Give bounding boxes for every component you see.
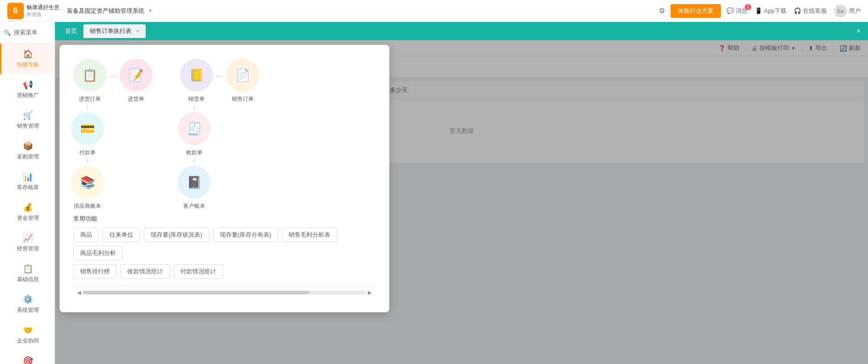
- message-icon: 💬: [726, 7, 734, 14]
- tab-sales-order[interactable]: 销售订单执行表 ×: [83, 24, 146, 38]
- trial-button[interactable]: 体验行业方案: [671, 4, 721, 18]
- sales-bill-label: 销货单: [188, 95, 205, 103]
- quick-nav-modal: 📋 进货订单 - - - - -> 📝 进货单: [60, 45, 389, 312]
- system-title-area: 装备及固定资产辅助管理系统 ▼: [67, 7, 653, 15]
- common-functions-title: 常用功能: [73, 215, 376, 223]
- flow-supplier-ledger[interactable]: 📚 供应商账本: [71, 166, 104, 210]
- search-menu-btn[interactable]: 🔍 搜索菜单: [4, 27, 51, 38]
- sidebar-item-enterprise[interactable]: 🤝 企业协同: [0, 320, 55, 350]
- common-functions-section: 常用功能 商品 往来单位 现存量(库存状况表) 现存量(库存分布表) 销售毛利分…: [73, 215, 376, 279]
- sidebar-item-quick-nav[interactable]: 🏠 快捷导航: [0, 43, 55, 74]
- common-btn-product[interactable]: 商品: [73, 228, 99, 242]
- online-service-action[interactable]: 🎧 在线客服: [794, 7, 827, 15]
- purchase-icon: 📦: [23, 141, 33, 151]
- tab-close-icon[interactable]: ×: [136, 28, 139, 34]
- sidebar-item-finance[interactable]: 💰 资金管理: [0, 197, 55, 228]
- brand-name: 畅康通好生意 标准版: [27, 4, 60, 18]
- scroll-left-arrow[interactable]: ◀: [77, 289, 81, 296]
- scrollbar-area: ◀ ▶: [73, 286, 376, 299]
- modal-overlay[interactable]: 📋 进货订单 - - - - -> 📝 进货单: [55, 40, 868, 364]
- content-area: 首页 销售订单执行表 × × ❓ 帮助 | �: [55, 22, 868, 364]
- sidebar-search-area[interactable]: 🔍 搜索菜单: [0, 22, 55, 43]
- common-btn-inventory-status[interactable]: 现存量(库存状况表): [144, 228, 209, 242]
- flow-receipt-bill[interactable]: 🧾 收款单: [178, 112, 211, 157]
- sidebar-item-marketing[interactable]: 📢 营销推广: [0, 74, 55, 105]
- system-title-text: 装备及固定资产辅助管理系统: [67, 7, 144, 15]
- payment-bill-label: 付款单: [79, 149, 96, 157]
- common-btn-inventory-dist[interactable]: 现存量(库存分布表): [213, 228, 278, 242]
- flow-purchase-bill[interactable]: 📝 进货单: [120, 59, 153, 103]
- sales-bill-circle: 📒: [180, 59, 213, 92]
- message-action[interactable]: 💬 消息 5: [726, 7, 748, 15]
- common-btn-receipt-stats[interactable]: 收款情况统计: [120, 264, 170, 279]
- sales-icon: 🛒: [23, 110, 33, 120]
- sales-order-label: 销售订单: [232, 95, 254, 103]
- home-icon: 🏠: [23, 49, 33, 59]
- settings-icon[interactable]: ⚙: [659, 6, 665, 15]
- customer-ledger-label: 客户账本: [183, 202, 205, 210]
- customer-ledger-circle: 📓: [178, 166, 211, 199]
- mobile-icon: 📱: [755, 7, 762, 14]
- finance-icon: 💰: [23, 202, 33, 212]
- sidebar-item-basic-info[interactable]: 📋 基础信息: [0, 258, 55, 289]
- common-btn-sales-gross-analysis[interactable]: 销售毛利分析表: [282, 228, 337, 242]
- flow-sales-bill[interactable]: 📒 销货单: [180, 59, 213, 103]
- flow-payment-bill[interactable]: 💳 付款单: [71, 112, 104, 157]
- scroll-track[interactable]: [83, 291, 366, 294]
- scroll-right-arrow[interactable]: ▶: [368, 289, 372, 296]
- headset-icon: 🎧: [794, 7, 801, 14]
- payment-bill-circle: 💳: [71, 112, 104, 145]
- sidebar-item-operations[interactable]: 📈 经营管理: [0, 228, 55, 258]
- app-root: 6 畅康通好生意 标准版 装备及固定资产辅助管理系统 ▼ ⚙ 体验行业方案 💬 …: [0, 0, 868, 364]
- common-btn-product-gross-analysis[interactable]: 商品毛利分析: [73, 246, 123, 261]
- window-close-icon[interactable]: ×: [853, 27, 864, 35]
- common-btn-payment-stats[interactable]: 付款情况统计: [174, 264, 223, 279]
- sidebar-item-purchase[interactable]: 📦 采购管理: [0, 136, 55, 166]
- flow-purchase-order[interactable]: 📋 进货订单: [73, 59, 106, 103]
- system-icon: ⚙️: [23, 294, 33, 304]
- common-btn-contacts[interactable]: 往来单位: [103, 228, 140, 242]
- guide-icon: 🎯: [23, 356, 33, 364]
- basic-info-icon: 📋: [23, 264, 33, 274]
- inventory-icon: 📊: [23, 172, 33, 182]
- supplier-ledger-label: 供应商账本: [74, 202, 101, 210]
- enterprise-icon: 🤝: [23, 325, 33, 335]
- purchase-bill-label: 进货单: [128, 95, 144, 103]
- flow-sales-order[interactable]: 📄 销售订单: [226, 59, 259, 103]
- purchase-bill-circle: 📝: [120, 59, 153, 92]
- system-dropdown-arrow[interactable]: ▼: [148, 8, 153, 13]
- sidebar: 🔍 搜索菜单 🏠 快捷导航 📢 营销推广 🛒 销售管理 📦 采购管理: [0, 22, 55, 364]
- user-action[interactable]: Ea 用户: [834, 5, 861, 17]
- message-badge: 5: [745, 4, 751, 10]
- top-bar: 6 畅康通好生意 标准版 装备及固定资产辅助管理系统 ▼ ⚙ 体验行业方案 💬 …: [0, 0, 868, 22]
- receipt-bill-label: 收款单: [186, 149, 202, 157]
- search-icon: 🔍: [4, 29, 11, 36]
- tab-bar: 首页 销售订单执行表 × ×: [55, 22, 868, 40]
- app-download-action[interactable]: 📱 App下载: [755, 7, 786, 15]
- receipt-bill-circle: 🧾: [178, 112, 211, 145]
- common-buttons-row-1: 商品 往来单位 现存量(库存状况表) 现存量(库存分布表) 销售毛利分析表 商品…: [73, 228, 376, 261]
- purchase-order-label: 进货订单: [79, 95, 101, 103]
- main-area: 🔍 搜索菜单 🏠 快捷导航 📢 营销推广 🛒 销售管理 📦 采购管理: [0, 22, 868, 364]
- top-right-actions: 💬 消息 5 📱 App下载 🎧 在线客服 Ea 用户: [726, 5, 861, 17]
- content-body: ❓ 帮助 | 🖨 按模板打印 ▼ | ⬆ 导出 |: [55, 40, 868, 364]
- flow-customer-ledger[interactable]: 📓 客户账本: [178, 166, 211, 210]
- marketing-icon: 📢: [23, 80, 33, 90]
- brand: 6 畅康通好生意 标准版: [7, 3, 61, 19]
- tab-home[interactable]: 首页: [59, 24, 83, 38]
- sidebar-item-sales[interactable]: 🛒 销售管理: [0, 105, 55, 136]
- supplier-ledger-circle: 📚: [71, 166, 104, 199]
- sidebar-item-inventory[interactable]: 📊 库存核算: [0, 166, 55, 197]
- brand-logo-icon: 6: [13, 6, 18, 16]
- sidebar-item-guide[interactable]: 🎯 新手引导: [0, 350, 55, 364]
- operations-icon: 📈: [23, 233, 33, 243]
- sales-order-circle: 📄: [226, 59, 259, 92]
- brand-logo: 6: [7, 3, 24, 19]
- purchase-order-circle: 📋: [73, 59, 106, 92]
- avatar: Ea: [834, 5, 847, 17]
- common-buttons-row-2: 销售排行榜 收款情况统计 付款情况统计: [73, 264, 376, 279]
- sidebar-item-system[interactable]: ⚙️ 系统管理: [0, 289, 55, 320]
- common-btn-sales-ranking[interactable]: 销售排行榜: [73, 264, 117, 279]
